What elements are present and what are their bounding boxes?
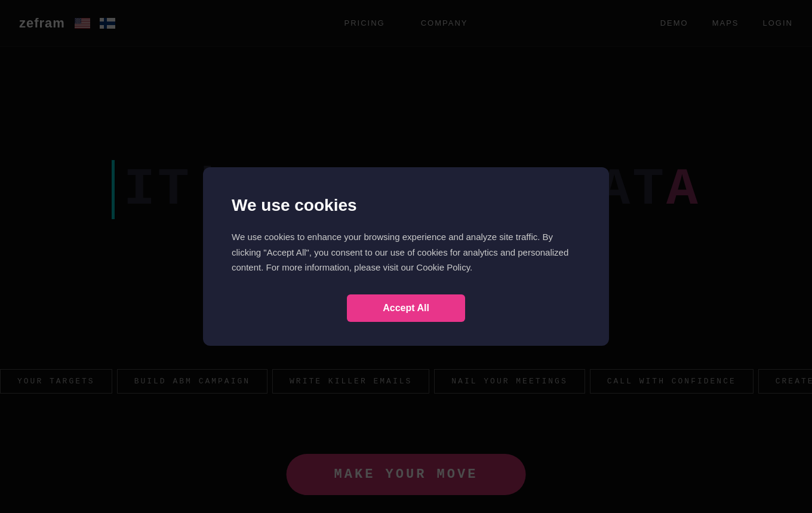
cookie-body: We use cookies to enhance your browsing …: [232, 229, 580, 275]
cookie-modal: We use cookies We use cookies to enhance…: [203, 167, 609, 346]
cookie-title: We use cookies: [232, 196, 580, 215]
cookie-overlay: We use cookies We use cookies to enhance…: [0, 0, 812, 513]
accept-all-button[interactable]: Accept All: [347, 294, 465, 322]
cookie-buttons: Accept All: [232, 294, 580, 322]
